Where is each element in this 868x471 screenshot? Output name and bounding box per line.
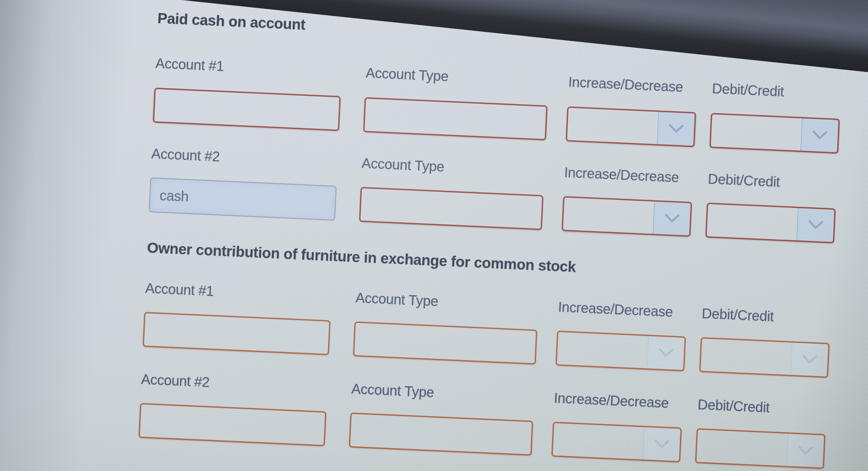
accounting-worksheet: Paid cash on account Account #1 Account … [137, 10, 855, 471]
dropdown-button[interactable] [786, 434, 824, 468]
dropdown-button[interactable] [653, 202, 690, 236]
increase-decrease-select[interactable] [555, 331, 686, 372]
select-value [712, 130, 721, 131]
account-type-input[interactable] [353, 321, 538, 365]
increase-decrease-select[interactable] [562, 196, 692, 237]
dropdown-button[interactable] [796, 208, 834, 242]
dropdown-button[interactable] [647, 336, 685, 370]
account-type-input[interactable] [359, 187, 543, 230]
account-type-label: Account Type [351, 381, 535, 407]
account-1-label: Account #1 [145, 280, 332, 306]
debit-credit-select[interactable] [705, 203, 836, 244]
debit-credit-label: Debit/Credit [697, 397, 827, 420]
account-1-input[interactable] [142, 312, 330, 355]
debit-credit-label: Debit/Credit [712, 81, 841, 104]
chevron-down-icon [668, 124, 685, 134]
debit-credit-label: Debit/Credit [701, 305, 831, 329]
chevron-down-icon [797, 446, 814, 456]
select-value [568, 124, 577, 124]
input-value: cash [150, 187, 189, 204]
input-value [155, 105, 164, 106]
chevron-down-icon [812, 130, 828, 140]
select-value [701, 355, 710, 355]
input-value [365, 115, 374, 115]
dropdown-button[interactable] [801, 119, 839, 153]
account-type-label: Account Type [365, 65, 549, 91]
chevron-down-icon [664, 214, 680, 223]
account-type-input[interactable] [349, 412, 533, 456]
select-value [554, 439, 563, 439]
debit-credit-select[interactable] [699, 337, 830, 378]
select-value [564, 214, 573, 214]
screen-photo: Paid cash on account Account #1 Account … [0, 0, 868, 471]
dropdown-button[interactable] [657, 112, 695, 146]
chevron-down-icon [654, 439, 670, 449]
account-type-label: Account Type [361, 155, 545, 181]
section-1-title: Paid cash on account [157, 10, 306, 33]
account-type-input[interactable] [363, 97, 548, 141]
account-1-label: Account #1 [155, 55, 342, 81]
increase-decrease-select[interactable] [551, 422, 682, 463]
input-value [145, 329, 154, 330]
increase-decrease-select[interactable] [566, 106, 696, 147]
account-2-input[interactable] [139, 403, 327, 446]
debit-credit-select[interactable] [709, 113, 840, 154]
increase-decrease-label: Increase/Decrease [557, 299, 687, 323]
select-value [697, 446, 706, 446]
increase-decrease-label: Increase/Decrease [564, 164, 694, 188]
input-value [141, 420, 150, 421]
section-2-title: Owner contribution of furniture in excha… [147, 239, 576, 275]
dropdown-button[interactable] [642, 427, 680, 461]
chevron-down-icon [658, 348, 674, 358]
dropdown-button[interactable] [790, 343, 828, 377]
account-1-input[interactable] [153, 88, 341, 131]
chevron-down-icon [808, 220, 824, 230]
account-2-label: Account #2 [151, 146, 338, 172]
debit-credit-select[interactable] [695, 428, 826, 469]
select-value [557, 348, 567, 349]
account-2-input[interactable]: cash [149, 177, 337, 221]
input-value [355, 339, 364, 339]
increase-decrease-label: Increase/Decrease [554, 390, 683, 413]
input-value [361, 204, 370, 205]
debit-credit-label: Debit/Credit [707, 171, 837, 195]
account-type-label: Account Type [355, 290, 539, 316]
input-value [351, 430, 360, 430]
chevron-down-icon [801, 355, 818, 364]
select-value [707, 220, 716, 221]
account-2-label: Account #2 [141, 371, 328, 397]
increase-decrease-label: Increase/Decrease [568, 74, 698, 97]
